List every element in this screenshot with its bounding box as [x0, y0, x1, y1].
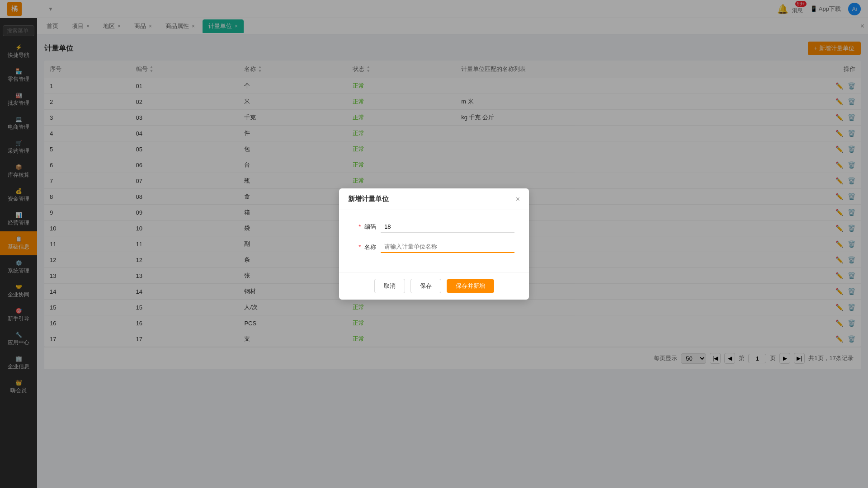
- modal-footer: 取消 保存 保存并新增: [339, 272, 529, 300]
- form-row-code: * 编码: [354, 221, 514, 233]
- modal-title: 新增计量单位: [348, 195, 389, 203]
- name-label: * 名称: [354, 243, 376, 251]
- modal-overlay: 新增计量单位 × * 编码 * 名称 取消 保存 保存并新增: [0, 0, 868, 488]
- name-input[interactable]: [381, 241, 514, 253]
- code-label: * 编码: [354, 223, 376, 231]
- cancel-button[interactable]: 取消: [374, 279, 405, 293]
- save-and-new-button[interactable]: 保存并新增: [447, 279, 494, 293]
- code-input[interactable]: [381, 221, 514, 233]
- add-unit-modal: 新增计量单位 × * 编码 * 名称 取消 保存 保存并新增: [339, 188, 529, 300]
- modal-close-btn[interactable]: ×: [516, 195, 520, 203]
- name-required: *: [359, 244, 361, 250]
- code-label-text: 编码: [364, 223, 376, 230]
- code-required: *: [359, 223, 361, 230]
- form-row-name: * 名称: [354, 241, 514, 253]
- modal-body: * 编码 * 名称: [339, 210, 529, 272]
- save-button[interactable]: 保存: [410, 279, 441, 293]
- modal-header: 新增计量单位 ×: [339, 188, 529, 210]
- name-label-text: 名称: [364, 244, 376, 250]
